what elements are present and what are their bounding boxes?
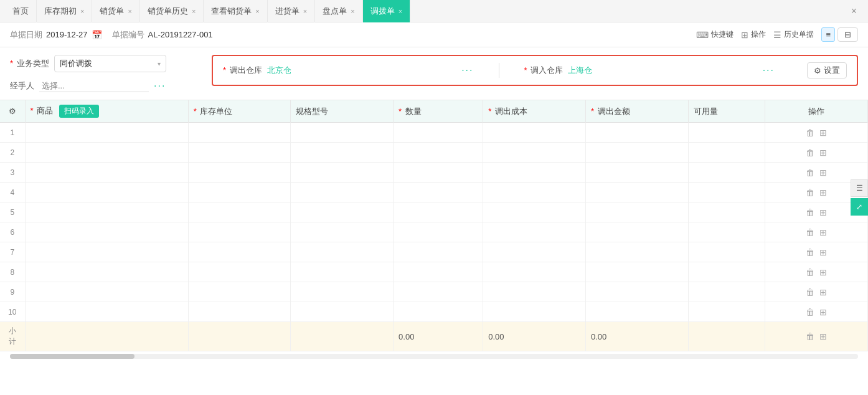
row-unit-cell[interactable] <box>188 242 291 262</box>
row-cost-cell[interactable] <box>483 183 586 202</box>
row-delete-icon[interactable]: 🗑 <box>806 287 814 297</box>
warehouse-out-ellipsis[interactable]: ··· <box>461 65 473 76</box>
row-spec-cell[interactable] <box>291 202 394 222</box>
row-amount-cell[interactable] <box>585 282 688 302</box>
settings-button[interactable]: ⚙ 设置 <box>807 62 847 79</box>
row-delete-icon[interactable]: 🗑 <box>806 267 814 277</box>
tab-transfer-order-close[interactable]: × <box>399 7 402 15</box>
row-copy-icon[interactable]: ⊞ <box>819 128 827 138</box>
row-product-cell[interactable] <box>25 183 188 202</box>
row-copy-icon[interactable]: ⊞ <box>819 247 827 257</box>
row-product-cell[interactable] <box>25 302 188 322</box>
row-qty-cell[interactable] <box>394 262 483 282</box>
tab-sales-order[interactable]: 销货单 × <box>92 0 139 22</box>
tab-sales-order-close[interactable]: × <box>128 7 131 15</box>
row-amount-cell[interactable] <box>585 222 688 242</box>
row-unit-cell[interactable] <box>188 143 291 163</box>
business-type-select[interactable]: 同价调拨 ▾ <box>54 55 166 72</box>
row-qty-cell[interactable] <box>394 183 483 202</box>
tab-inventory-init-close[interactable]: × <box>80 7 84 15</box>
row-product-cell[interactable] <box>25 143 188 163</box>
row-cost-cell[interactable] <box>483 123 586 143</box>
tab-purchase-order-close[interactable]: × <box>303 7 307 15</box>
row-unit-cell[interactable] <box>188 302 291 322</box>
row-spec-cell[interactable] <box>291 302 394 322</box>
operations-button[interactable]: ⊞ 操作 <box>741 29 766 40</box>
tab-inventory-init[interactable]: 库存期初 × <box>37 0 92 22</box>
row-unit-cell[interactable] <box>188 202 291 222</box>
row-delete-icon[interactable]: 🗑 <box>806 128 814 138</box>
scrollbar-thumb[interactable] <box>10 354 134 359</box>
row-spec-cell[interactable] <box>291 163 394 183</box>
row-qty-cell[interactable] <box>394 202 483 222</box>
row-qty-cell[interactable] <box>394 242 483 262</box>
row-cost-cell[interactable] <box>483 262 586 282</box>
row-product-cell[interactable] <box>25 202 188 222</box>
row-delete-icon[interactable]: 🗑 <box>806 247 814 257</box>
row-delete-icon[interactable]: 🗑 <box>806 227 814 237</box>
row-copy-icon[interactable]: ⊞ <box>819 168 827 178</box>
row-amount-cell[interactable] <box>585 163 688 183</box>
side-list-button[interactable]: ☰ <box>851 179 868 197</box>
row-delete-icon[interactable]: 🗑 <box>806 188 814 198</box>
tab-transfer-order[interactable]: 调拨单 × <box>363 0 410 22</box>
row-copy-icon[interactable]: ⊞ <box>819 227 827 237</box>
row-amount-cell[interactable] <box>585 202 688 222</box>
row-amount-cell[interactable] <box>585 262 688 282</box>
row-copy-icon[interactable]: ⊞ <box>819 188 827 198</box>
tab-inventory-check[interactable]: 盘点单 × <box>315 0 362 22</box>
window-close-button[interactable]: × <box>845 6 863 17</box>
row-delete-icon[interactable]: 🗑 <box>806 307 814 317</box>
row-cost-cell[interactable] <box>483 143 586 163</box>
row-cost-cell[interactable] <box>483 222 586 242</box>
row-unit-cell[interactable] <box>188 262 291 282</box>
handler-input[interactable] <box>39 80 149 92</box>
row-unit-cell[interactable] <box>188 222 291 242</box>
row-spec-cell[interactable] <box>291 183 394 202</box>
row-copy-icon[interactable]: ⊞ <box>819 287 827 297</box>
row-cost-cell[interactable] <box>483 202 586 222</box>
row-spec-cell[interactable] <box>291 123 394 143</box>
handler-ellipsis[interactable]: ··· <box>154 80 166 92</box>
row-spec-cell[interactable] <box>291 262 394 282</box>
grid-view-button[interactable]: ⊟ <box>837 27 858 42</box>
row-delete-icon[interactable]: 🗑 <box>806 148 814 158</box>
row-unit-cell[interactable] <box>188 123 291 143</box>
row-delete-icon[interactable]: 🗑 <box>806 331 814 341</box>
row-amount-cell[interactable] <box>585 242 688 262</box>
row-amount-cell[interactable] <box>585 302 688 322</box>
row-copy-icon[interactable]: ⊞ <box>819 267 827 277</box>
row-delete-icon[interactable]: 🗑 <box>806 168 814 178</box>
row-product-cell[interactable] <box>25 262 188 282</box>
tab-view-sales-close[interactable]: × <box>255 7 259 15</box>
warehouse-out-value[interactable]: 北京仓 <box>267 65 291 76</box>
row-cost-cell[interactable] <box>483 163 586 183</box>
horizontal-scrollbar[interactable] <box>10 354 858 359</box>
row-spec-cell[interactable] <box>291 222 394 242</box>
row-qty-cell[interactable] <box>394 163 483 183</box>
row-qty-cell[interactable] <box>394 302 483 322</box>
row-copy-icon[interactable]: ⊞ <box>819 331 827 341</box>
history-button[interactable]: ☰ 历史单据 <box>773 29 814 40</box>
col-gear[interactable]: ⚙ <box>0 100 25 123</box>
tab-inventory-check-close[interactable]: × <box>351 7 354 15</box>
row-unit-cell[interactable] <box>188 163 291 183</box>
row-unit-cell[interactable] <box>188 183 291 202</box>
side-expand-button[interactable]: ⤢ <box>851 198 868 216</box>
row-product-cell[interactable] <box>25 222 188 242</box>
row-product-cell[interactable] <box>25 242 188 262</box>
row-amount-cell[interactable] <box>585 183 688 202</box>
row-spec-cell[interactable] <box>291 282 394 302</box>
row-qty-cell[interactable] <box>394 282 483 302</box>
row-qty-cell[interactable] <box>394 143 483 163</box>
warehouse-in-value[interactable]: 上海仓 <box>568 65 592 76</box>
row-delete-icon[interactable]: 🗑 <box>806 207 814 217</box>
tab-view-sales[interactable]: 查看销货单 × <box>204 0 267 22</box>
row-cost-cell[interactable] <box>483 282 586 302</box>
row-qty-cell[interactable] <box>394 123 483 143</box>
row-copy-icon[interactable]: ⊞ <box>819 207 827 217</box>
row-amount-cell[interactable] <box>585 123 688 143</box>
warehouse-in-ellipsis[interactable]: ··· <box>763 65 775 76</box>
calendar-icon[interactable]: 📅 <box>92 30 102 40</box>
row-cost-cell[interactable] <box>483 242 586 262</box>
